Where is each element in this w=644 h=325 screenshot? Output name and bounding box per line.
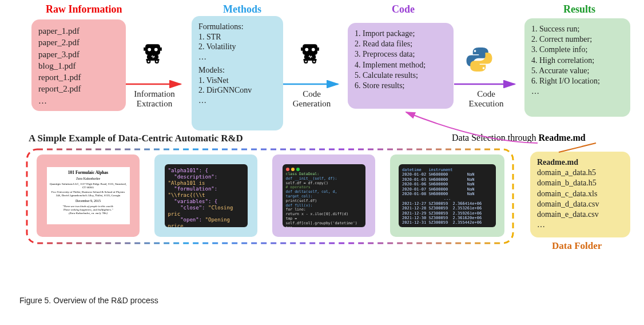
code-step: 1. Import package; (355, 29, 447, 39)
pycode-thumb: class DataDeal: def __init__(self, df): … (283, 164, 365, 227)
methods-formulation: 2. Volatility (198, 42, 276, 52)
svg-rect-20 (304, 59, 317, 61)
title-methods: Methods (223, 3, 261, 15)
datafolder-file: domain_a_data.h5 (537, 168, 623, 178)
raw-item: blog_1.pdf (38, 60, 119, 72)
svg-point-10 (156, 61, 158, 62)
datafolder-file: domain_c_data.xls (537, 189, 623, 199)
svg-rect-12 (303, 44, 317, 55)
thumb-methods: "alpha101": { "description": "Alpha101 i… (154, 154, 257, 237)
thumb-results: datetime instrument 2020-01-02 SH600000 … (390, 154, 504, 237)
svg-rect-3 (144, 47, 145, 51)
arrow-info-extraction (126, 80, 189, 88)
svg-point-9 (148, 61, 149, 62)
svg-point-13 (305, 48, 308, 51)
title-code: Code (392, 3, 415, 15)
label-code-execution: CodeExecution (458, 89, 515, 108)
svg-point-25 (483, 67, 485, 69)
robot-icon (140, 40, 166, 69)
arrow-data-selection (400, 109, 543, 149)
figure-caption: Figure 5. Overview of the R&D process (19, 296, 158, 305)
datafolder-panel: Readme.md domain_a_data.h5 domain_b_data… (530, 152, 630, 237)
results-item: 3. Complete info; (531, 45, 623, 55)
methods-formulations-label: Formulations: (198, 22, 276, 32)
code-step: 3. Preprocess data; (355, 49, 447, 60)
svg-line-28 (559, 143, 596, 152)
python-icon (466, 46, 493, 76)
code-step: 6. Store results; (355, 81, 447, 91)
methods-models-label: Models: (198, 65, 276, 76)
example-label: A Simple Example of Data-Centric Automat… (29, 133, 243, 144)
svg-point-1 (148, 48, 151, 51)
arrow-code-execution (454, 80, 523, 88)
code-step: 5. Calculate results; (355, 70, 447, 81)
results-more: … (531, 86, 623, 97)
json-thumb: "alpha101": { "description": "Alpha101 i… (165, 164, 248, 227)
results-item: 2. Correct number; (531, 34, 623, 45)
datafolder-file: domain_d_data.csv (537, 199, 623, 209)
datafolder-file: domain_b_data.h5 (537, 178, 623, 188)
svg-point-24 (474, 50, 476, 52)
results-item: 6. Right I/O location; (531, 76, 623, 86)
methods-formulation: 1. STR (198, 32, 276, 42)
raw-item: report_2.pdf (38, 83, 119, 94)
datafolder-title: Readme.md (537, 157, 623, 168)
title-results: Results (563, 3, 595, 15)
svg-point-21 (305, 61, 307, 62)
methods-model: 1. VisNet (198, 76, 276, 86)
thumb-raw: 101 Formulaic Alphas Zura Kakushadze Qua… (37, 154, 140, 237)
methods-more: … (198, 52, 276, 62)
raw-item: paper_2.pdf (38, 37, 119, 48)
raw-item: paper_1.pdf (38, 25, 119, 37)
results-item: 4. High correlation; (531, 56, 623, 66)
svg-rect-8 (146, 59, 160, 61)
raw-panel: paper_1.pdf paper_2.pdf paper_3.pdf blog… (31, 19, 126, 111)
svg-rect-4 (160, 47, 162, 51)
arrow-code-generation (283, 80, 346, 88)
methods-more: … (198, 96, 276, 106)
table-thumb: datetime instrument 2020-01-02 SH600000 … (399, 164, 496, 227)
raw-item: report_1.pdf (38, 72, 119, 83)
results-item: 5. Accurate value; (531, 66, 623, 76)
svg-rect-0 (145, 44, 160, 55)
datafolder-file: domain_e_data.csv (537, 209, 623, 220)
svg-point-14 (312, 48, 315, 51)
raw-more: … (38, 95, 119, 106)
label-code-generation: CodeGeneration (283, 89, 340, 108)
svg-rect-15 (301, 47, 303, 51)
methods-model: 2. DirGNNConv (198, 85, 276, 96)
readme-connector (556, 142, 602, 154)
code-panel: 1. Import package; 2. Read data files; 3… (348, 23, 454, 109)
results-panel: 1. Success run; 2. Correct number; 3. Co… (524, 18, 630, 117)
raw-item: paper_3.pdf (38, 49, 119, 60)
doc-thumb: 101 Formulaic Alphas Zura Kakushadze Qua… (47, 167, 130, 224)
code-step: 2. Read data files; (355, 39, 447, 49)
svg-point-22 (313, 61, 315, 62)
svg-rect-16 (317, 47, 319, 51)
robot-icon (297, 40, 323, 69)
datafolder-label: Data Folder (552, 240, 602, 252)
results-item: 1. Success run; (531, 24, 623, 34)
label-info-extraction: InformationExtraction (126, 89, 183, 108)
datafolder-more: … (537, 220, 623, 230)
thumb-code: class DataDeal: def __init__(self, df): … (272, 154, 375, 237)
methods-panel: Formulations: 1. STR 2. Volatility … Mod… (192, 16, 283, 130)
svg-point-2 (154, 48, 158, 51)
code-step: 4. Implement method; (355, 60, 447, 70)
title-raw: Raw Information (46, 3, 122, 15)
